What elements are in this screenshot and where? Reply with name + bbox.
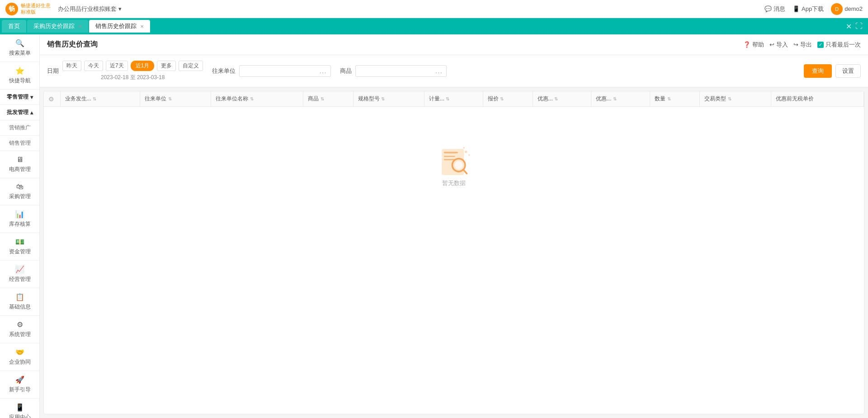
table-col-goods: 商品 ⇅ [303,91,353,107]
tab-sales-history[interactable]: 销售历史价跟踪 ✕ [89,20,150,33]
table-col-unit: 计量... ⇅ [424,91,483,107]
sidebar-item-label: 应用中心 [9,413,31,418]
content-area: 销售历史价查询 ❓ 帮助 ↩ 导入 ↪ 导出 ✓ [40,34,868,418]
close-icon[interactable]: ✕ [78,24,82,29]
sidebar-item-search[interactable]: 🔍 搜索菜单 [0,34,39,62]
sidebar-item-newbie[interactable]: 🚀 新手引导 [0,371,39,399]
sidebar-item-app-center[interactable]: 📱 应用中心 [0,399,39,418]
table-col-discount1: 优惠... ⇅ [533,91,591,107]
settings-button[interactable]: 设置 [835,64,861,78]
sort-icon[interactable]: ⇅ [667,96,671,101]
sidebar-item-basic-info[interactable]: 📋 基础信息 [0,288,39,316]
svg-point-8 [468,154,470,156]
fullscreen-button[interactable]: ⛶ [855,22,863,30]
col-label: 规格型号 [358,95,381,102]
workspace-selector[interactable]: 办公用品行业模拟账套 ▾ [54,3,125,15]
sidebar-sub-item-marketing[interactable]: 营销推广 [0,120,39,136]
sort-icon[interactable]: ⇅ [321,96,324,101]
date-btn-today[interactable]: 今天 [84,61,103,71]
sort-icon[interactable]: ⇅ [554,96,558,101]
svg-point-5 [455,161,463,169]
sort-icon[interactable]: ⇅ [93,96,96,101]
sort-icon[interactable]: ⇅ [168,96,172,101]
counterpart-picker-icon[interactable]: ... [319,67,326,75]
settings-icon[interactable]: ⚙ [48,95,54,103]
col-label: 计量... [429,95,446,102]
import-button[interactable]: ↩ 导入 [769,41,788,49]
logo-icon: 畅 [5,3,18,15]
sidebar-item-label: 搜索菜单 [9,49,31,57]
newbie-icon: 🚀 [15,375,24,384]
export-icon: ↪ [793,41,798,48]
sidebar-item-quick-nav[interactable]: ⭐ 快捷导航 [0,62,39,90]
goods-input-wrapper[interactable]: ... [355,65,447,77]
sort-icon[interactable]: ⇅ [613,96,617,101]
sidebar-item-purchase[interactable]: 🛍 采购管理 [0,178,39,205]
col-label: 商品 [308,95,320,102]
sort-icon[interactable]: ⇅ [250,96,254,101]
sidebar-item-retail[interactable]: 零售管理 ▾ [0,90,39,105]
col-label: 往来单位 [145,95,168,102]
page-title: 销售历史价查询 [47,40,98,49]
date-btn-custom[interactable]: 自定义 [179,61,203,71]
tab-home-label: 首页 [8,22,20,30]
only-last-checkbox[interactable]: ✓ 只看最后一次 [817,41,861,49]
inventory-icon: 📊 [15,210,24,218]
message-icon: 💬 [764,5,772,12]
table-col-transaction-type: 交易类型 ⇅ [700,91,771,107]
app-download-button[interactable]: 📱 App下载 [793,5,824,13]
date-btn-1month[interactable]: 近1月 [131,61,155,71]
date-btn-yesterday[interactable]: 昨天 [62,61,81,71]
sort-icon[interactable]: ⇅ [446,96,449,101]
filter-actions: 查询 设置 [804,64,861,78]
query-button[interactable]: 查询 [804,64,832,78]
sidebar-item-ecommerce[interactable]: 🖥 电商管理 [0,151,39,178]
counterpart-input-wrapper[interactable]: ... [239,65,330,77]
table-col-settings: ⚙ [44,91,60,107]
sidebar-item-wholesale[interactable]: 批发管理 ▴ [0,105,39,120]
export-button[interactable]: ↪ 导出 [793,41,812,49]
counterpart-filter-group: 往来单位 ... [212,65,330,77]
date-range-text: 2023-02-18 至 2023-03-18 [101,74,165,81]
chevron-down-icon: ▾ [118,5,122,12]
goods-picker-icon[interactable]: ... [435,67,443,75]
col-label: 优惠... [596,95,613,102]
sort-icon[interactable]: ⇅ [728,96,731,101]
sidebar-item-finance[interactable]: 💵 资金管理 [0,233,39,261]
tab-purchase-label: 采购历史价跟踪 [33,22,75,30]
sidebar-item-label: 经营管理 [9,276,31,283]
data-table: ⚙ 业务发生... ⇅ 往来单位 ⇅ 往来单位名称 ⇅ [44,91,864,223]
close-icon[interactable]: ✕ [140,24,144,29]
sidebar-item-operations[interactable]: 📈 经营管理 [0,261,39,288]
sidebar-item-system[interactable]: ⚙ 系统管理 [0,316,39,343]
sidebar-item-label: 系统管理 [9,331,31,338]
counterpart-input[interactable] [243,68,319,75]
tab-purchase-history[interactable]: 采购历史价跟踪 ✕ [27,20,88,33]
help-button[interactable]: ❓ 帮助 [743,41,764,49]
sidebar-item-enterprise[interactable]: 🤝 企业协同 [0,343,39,371]
table-header: ⚙ 业务发生... ⇅ 往来单位 ⇅ 往来单位名称 ⇅ [44,91,864,107]
message-button[interactable]: 💬 消息 [764,5,785,13]
empty-icon [434,143,474,179]
date-btn-more[interactable]: 更多 [157,61,176,71]
page-header: 销售历史价查询 ❓ 帮助 ↩ 导入 ↪ 导出 ✓ [40,34,868,55]
date-btn-7days[interactable]: 近7天 [106,61,128,71]
sort-icon[interactable]: ⇅ [500,96,504,101]
sidebar-item-label: 采购管理 [9,193,31,200]
operations-icon: 📈 [15,265,24,274]
goods-input[interactable] [359,68,435,75]
col-label: 报价 [488,95,500,102]
tab-bar-actions: ✕ ⛶ [846,22,866,31]
sidebar-item-inventory[interactable]: 📊 库存核算 [0,205,39,233]
user-menu[interactable]: D demo2 [831,3,863,15]
avatar: D [831,3,843,15]
close-all-tabs-button[interactable]: ✕ [846,22,852,31]
download-icon: 📱 [793,5,800,12]
sidebar-item-label: 基础信息 [9,303,31,311]
sidebar-sub-item-sales-mgmt[interactable]: 销售管理 [0,136,39,151]
table-container: ⚙ 业务发生... ⇅ 往来单位 ⇅ 往来单位名称 ⇅ [43,91,864,414]
sort-icon[interactable]: ⇅ [381,96,385,101]
tab-home[interactable]: 首页 [2,20,26,33]
chevron-down-icon: ▾ [30,94,33,100]
svg-rect-2 [444,156,455,157]
